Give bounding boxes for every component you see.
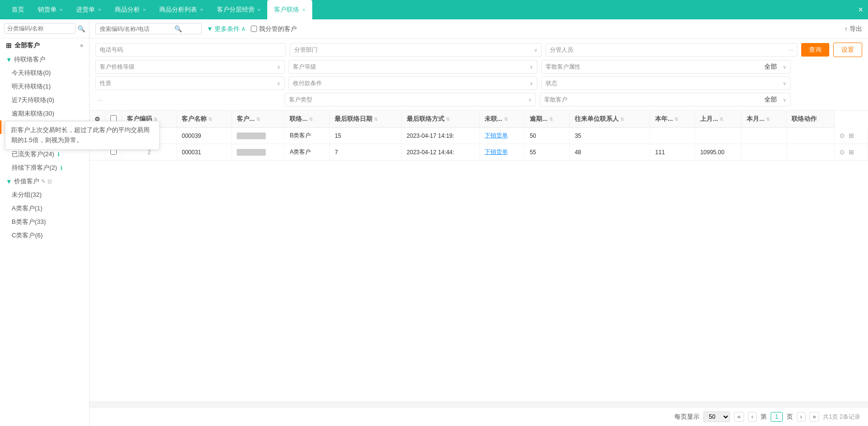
row-code-cell: 000039	[177, 128, 231, 144]
gender-field[interactable]: 性质 ∨	[95, 76, 285, 90]
close-purchase-order-icon[interactable]: ×	[98, 7, 101, 13]
link-action-icon[interactable]: ⊙	[839, 148, 845, 156]
query-button[interactable]: 查询	[801, 43, 829, 57]
last-month-col-header[interactable]: 上月... ⇅	[695, 111, 742, 128]
retail-customer-field[interactable]: 零散客户 全部 ∨	[540, 93, 791, 106]
div-person-field[interactable]: 分管人员 ···	[546, 43, 797, 57]
grid-action-icon[interactable]: ⊞	[849, 132, 854, 139]
sidebar-all-customers[interactable]: ⊞ 全部客户 »	[0, 38, 89, 53]
tooltip-box: 距客户上次交易时长，超过了此客户的平均交易周期的1.5倍，则视为异常。	[5, 121, 90, 150]
price-grade-field[interactable]: 客户价格等级 ∨	[95, 60, 285, 73]
per-page-select[interactable]: 50 100 200	[703, 411, 730, 422]
nav-sales-order[interactable]: 销货单 ×	[31, 0, 69, 19]
sidebar-item-a-class[interactable]: A类客户(1)	[0, 202, 89, 215]
close-product-analysis-list-icon[interactable]: ×	[200, 7, 203, 13]
filter-more-button[interactable]: ▼ 更多条件 ∧	[207, 25, 246, 33]
sidebar-search-icon[interactable]: 🔍	[77, 25, 85, 32]
sidebar-group-value[interactable]: ▼ 价值客户 ✎ ⊡	[0, 175, 89, 188]
nav-customer-tier[interactable]: 客户分层经营 ×	[210, 0, 267, 19]
sidebar-item-tomorrow-pending[interactable]: 明天待联络(1)	[0, 80, 89, 93]
close-customer-contact-icon[interactable]: ×	[302, 7, 305, 13]
last-date-sort-icon: ⇅	[374, 117, 378, 122]
this-month-col-header[interactable]: 本月... ⇅	[742, 111, 787, 128]
phone-field[interactable]: 电话号码	[95, 43, 286, 57]
all-customers-icon: ⊞	[6, 42, 12, 49]
search-button-icon[interactable]: 🔍	[174, 25, 182, 32]
sidebar-search-input[interactable]	[4, 23, 76, 34]
close-sales-order-icon[interactable]: ×	[60, 7, 62, 13]
contact-col-header[interactable]: 联络... ⇅	[285, 111, 330, 128]
table-row: 2 000031 A类客户 7 2023-04-12 14:44: 下销货单 5…	[90, 144, 868, 161]
data-table: ⚙ 客户编码 ⇅ 客户名称	[90, 111, 868, 161]
action-col-header: 联络动作	[787, 111, 835, 128]
div-person-ellipsis-icon: ···	[788, 46, 793, 53]
this-year-col-header[interactable]: 本年... ⇅	[650, 111, 695, 128]
customer-grade-arrow-icon: ∨	[530, 64, 533, 70]
sidebar-item-today-pending[interactable]: 今天待联络(0)	[0, 66, 89, 80]
name-sort-icon: ⇅	[208, 117, 212, 122]
window-close-button[interactable]: ×	[858, 5, 863, 15]
export-button[interactable]: ↑ 导出	[845, 25, 863, 33]
sidebar-item-week-pending[interactable]: 近7天待联络(0)	[0, 93, 89, 107]
last-month-sort-icon: ⇅	[719, 117, 723, 122]
sidebar-item-overdue-uncontacted[interactable]: 逾期未联络(30)	[0, 107, 89, 120]
nav-customer-contact[interactable]: 客户联络 ×	[267, 0, 312, 19]
close-customer-tier-icon[interactable]: ×	[258, 7, 260, 13]
row-last-month-cell	[742, 128, 787, 144]
customer-type-field[interactable]: 客户类型 ∨	[285, 93, 535, 106]
retail-attr-arrow-icon: ∨	[783, 64, 786, 70]
prev-page-button[interactable]: ‹	[748, 412, 757, 422]
next-page-button[interactable]: ›	[797, 412, 806, 422]
grid-action-icon[interactable]: ⊞	[849, 148, 854, 156]
row-overdue-cell: 48	[570, 144, 650, 161]
setting-button[interactable]: 设置	[833, 43, 862, 57]
row-type-cell: A类客户	[285, 144, 330, 161]
row-last-method-cell[interactable]: 下销货单	[479, 144, 524, 161]
sidebar-item-declining[interactable]: 持续下滑客户(2) ℹ	[0, 161, 89, 175]
table-row: 1 000039 B类客户 15 2023-04-17 14:19: 下销货单 …	[90, 128, 868, 144]
last-method-col-header[interactable]: 最后联络方式 ⇅	[402, 111, 480, 128]
nav-product-analysis-list[interactable]: 商品分析列表 ×	[152, 0, 210, 19]
payment-field[interactable]: 收付款条件 ∨	[289, 76, 538, 90]
sidebar-item-c-class[interactable]: C类客户(6)	[0, 229, 89, 242]
my-customer-checkbox[interactable]	[251, 26, 257, 32]
first-page-button[interactable]: «	[734, 412, 744, 422]
customer-grade-field[interactable]: 客户等级 ∨	[289, 60, 538, 73]
row-type-cell: B类客户	[285, 128, 330, 144]
link-action-icon[interactable]: ⊙	[839, 132, 845, 139]
overdue-sort-icon: ⇅	[549, 117, 553, 122]
retail-customer-arrow-icon: ∨	[783, 97, 786, 103]
value-arrow-icon: ▼	[6, 178, 12, 185]
nav-product-analysis[interactable]: 商品分析 ×	[108, 0, 152, 19]
last-page-button[interactable]: »	[809, 412, 820, 422]
contact2-col-header[interactable]: 往来单位联系人 ⇅	[570, 111, 650, 128]
div-dept-field[interactable]: 分管部门 ∨	[290, 43, 542, 57]
sidebar-item-b-class[interactable]: B类客户(33)	[0, 215, 89, 229]
page-label: 第	[761, 412, 767, 421]
search-input[interactable]	[100, 26, 172, 32]
current-page-num[interactable]: 1	[771, 412, 783, 422]
uncontacted-col-header[interactable]: 未联... ⇅	[479, 111, 524, 128]
bottom-scrollbar[interactable]	[90, 401, 868, 407]
sidebar-group-pending[interactable]: ▼ 待联络客户	[0, 53, 89, 66]
gender-arrow-icon: ∨	[277, 81, 280, 86]
status-field[interactable]: 状态 ∨	[541, 76, 791, 90]
churned-info-icon: ℹ	[58, 151, 60, 157]
row-last-method-cell[interactable]: 下销货单	[479, 128, 524, 144]
nav-purchase-order[interactable]: 进货单 ×	[69, 0, 107, 19]
row-action-cell: ⊙ ⊞	[835, 144, 868, 161]
page-unit: 页	[787, 412, 793, 421]
close-product-analysis-icon[interactable]: ×	[143, 7, 146, 13]
name-col-header[interactable]: 客户名称 ⇅	[177, 111, 231, 128]
retail-attr-field[interactable]: 零散客户属性 全部 ∨	[541, 60, 791, 73]
my-customer-wrap: 我分管的客户	[251, 25, 297, 33]
value-edit-icon[interactable]: ✎	[41, 178, 46, 185]
sidebar-item-ungrouped[interactable]: 未分组(32)	[0, 188, 89, 202]
nav-home[interactable]: 首页	[5, 0, 31, 19]
per-page-label: 每页显示	[674, 412, 700, 421]
type-col-header[interactable]: 客户... ⇅	[231, 111, 284, 128]
value-settings-icon[interactable]: ⊡	[47, 178, 52, 185]
last-date-col-header[interactable]: 最后联络日期 ⇅	[330, 111, 402, 128]
overdue-col-header[interactable]: 逾期... ⇅	[525, 111, 570, 128]
table-header-row: ⚙ 客户编码 ⇅ 客户名称	[90, 111, 868, 128]
